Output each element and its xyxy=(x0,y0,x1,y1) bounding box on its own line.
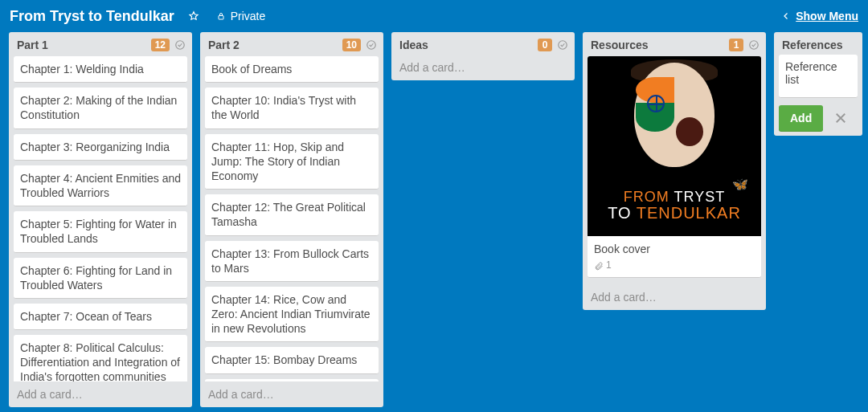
cover-art-title: FROM TRYST TO TENDULKAR xyxy=(588,190,761,222)
privacy-button[interactable]: Private xyxy=(208,5,274,27)
svg-point-3 xyxy=(559,41,567,50)
card[interactable]: Chapter 7: Ocean of Tears xyxy=(14,304,187,330)
board-title[interactable]: From Tryst to Tendulkar xyxy=(10,8,174,25)
list-references: References Add xyxy=(774,32,862,136)
list-title: Ideas xyxy=(399,39,538,51)
list-title: References xyxy=(782,39,856,51)
lock-icon xyxy=(216,11,226,21)
card[interactable]: Chapter 6: Fighting for Land in Troubled… xyxy=(14,258,187,299)
card[interactable]: Chapter 11: Hop, Skip and Jump: The Stor… xyxy=(205,134,379,190)
subscribe-icon[interactable] xyxy=(557,39,568,51)
add-card-button[interactable]: Add a card… xyxy=(391,55,575,80)
card[interactable]: Chapter 1: Welding India xyxy=(14,56,187,83)
list-header[interactable]: Ideas 0 xyxy=(391,32,575,55)
list-title: Resources xyxy=(591,39,729,51)
list-header[interactable]: Resources 1 xyxy=(583,32,766,55)
privacy-label: Private xyxy=(231,10,266,22)
star-icon[interactable] xyxy=(182,5,205,27)
card[interactable]: Chapter 4: Ancient Enmities and Troubled… xyxy=(14,165,187,206)
list-header[interactable]: Part 1 12 xyxy=(9,32,192,55)
card-title: Book cover xyxy=(594,242,755,256)
list-header[interactable]: References xyxy=(774,32,862,55)
show-menu-label: Show Menu xyxy=(796,10,858,22)
svg-point-1 xyxy=(176,41,185,50)
add-card-button[interactable]: Add a card… xyxy=(9,381,192,407)
show-menu-button[interactable]: Show Menu xyxy=(781,10,858,22)
list-title: Part 1 xyxy=(17,39,151,51)
card[interactable]: Book of Dreams xyxy=(205,56,379,83)
list-title: Part 2 xyxy=(208,39,342,51)
list-part2: Part 2 10 Book of Dreams Chapter 10: Ind… xyxy=(200,32,383,407)
card-count-badge: 1 xyxy=(729,39,743,51)
card-count-badge: 10 xyxy=(342,39,361,51)
add-card-button[interactable]: Add a card… xyxy=(583,284,766,310)
subscribe-icon[interactable] xyxy=(748,39,760,51)
card-count-badge: 12 xyxy=(151,39,170,51)
list-cards: 🦋 FROM TRYST TO TENDULKAR Book cover 1 xyxy=(583,55,766,284)
card-cover-image: 🦋 FROM TRYST TO TENDULKAR xyxy=(588,56,761,236)
list-cards: Chapter 1: Welding India Chapter 2: Maki… xyxy=(9,55,192,381)
list-ideas: Ideas 0 Add a card… xyxy=(391,32,575,80)
list-resources: Resources 1 🦋 FROM TRYST xyxy=(583,32,766,310)
chevron-left-icon xyxy=(781,11,791,21)
card[interactable]: Chapter 14: Rice, Cow and Zero: Ancient … xyxy=(205,287,379,343)
add-button[interactable]: Add xyxy=(779,105,823,131)
attachment-icon xyxy=(594,261,604,271)
card[interactable]: Chapter 13: From Bullock Carts to Mars xyxy=(205,241,379,282)
close-icon xyxy=(833,111,848,125)
subscribe-icon[interactable] xyxy=(174,39,186,51)
svg-point-2 xyxy=(367,41,376,50)
card[interactable]: Chapter 8: Political Calculus: Different… xyxy=(14,335,187,381)
card[interactable]: Chapter 2: Making of the Indian Constitu… xyxy=(14,88,187,128)
card[interactable]: Chapter 12: The Great Political Tamasha xyxy=(205,194,379,235)
svg-rect-0 xyxy=(219,16,223,20)
subscribe-icon[interactable] xyxy=(366,39,377,51)
card[interactable]: Chapter 15: Bombay Dreams xyxy=(205,347,379,373)
card[interactable]: Chapter 5: Fighting for Water in Trouble… xyxy=(14,211,187,252)
list-header[interactable]: Part 2 10 xyxy=(200,32,383,55)
card-badges: 1 xyxy=(594,259,755,272)
card-book-cover[interactable]: 🦋 FROM TRYST TO TENDULKAR Book cover 1 xyxy=(588,56,761,278)
composer-input[interactable] xyxy=(779,55,858,98)
card[interactable]: Chapter 3: Reorganizing India xyxy=(14,134,187,161)
list-part1: Part 1 12 Chapter 1: Welding India Chapt… xyxy=(9,32,192,407)
close-composer-button[interactable] xyxy=(831,108,850,128)
board-canvas: Part 1 12 Chapter 1: Welding India Chapt… xyxy=(0,32,868,412)
board-header: From Tryst to Tendulkar Private Show Men… xyxy=(0,0,868,32)
list-cards: Book of Dreams Chapter 10: India's Tryst… xyxy=(200,55,383,381)
attachment-count: 1 xyxy=(606,259,612,272)
card-count-badge: 0 xyxy=(538,39,552,51)
card[interactable]: Chapter 10: India's Tryst with the World xyxy=(205,88,379,128)
svg-point-4 xyxy=(750,41,759,50)
add-card-button[interactable]: Add a card… xyxy=(200,381,383,407)
card-composer: Add xyxy=(774,55,862,136)
